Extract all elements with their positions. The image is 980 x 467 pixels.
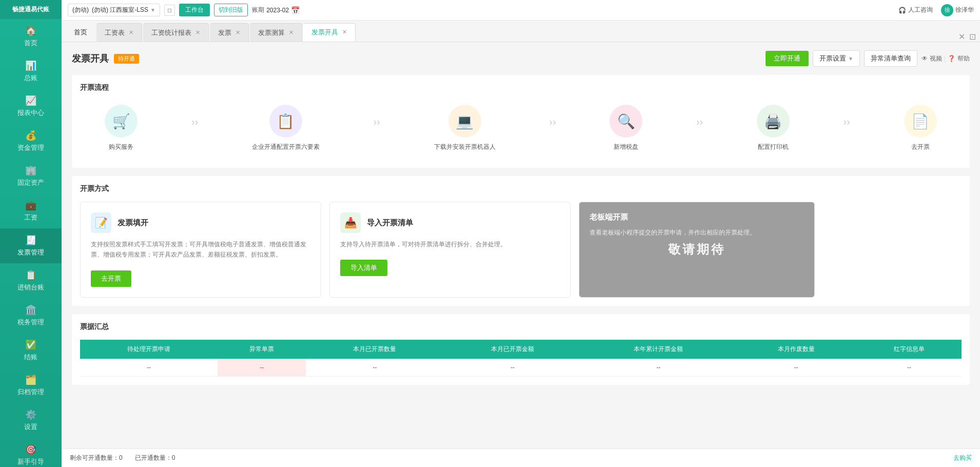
- settings-dropdown-arrow: ▼: [848, 56, 853, 62]
- import-card-title: 导入开票清单: [367, 218, 413, 228]
- assets-icon: 🏢: [25, 165, 36, 176]
- funds-icon: 💰: [25, 130, 36, 141]
- tax-disk-icon: 🔍: [617, 113, 635, 130]
- flow-step-6-label: 去开票: [911, 143, 930, 151]
- sidebar-item-archive[interactable]: 🗂️ 归档管理: [0, 368, 62, 403]
- switch-version-button[interactable]: 切到旧版: [214, 4, 248, 16]
- company-prefix: (勿动): [72, 6, 89, 14]
- company-selector[interactable]: (勿动) (勿动) 江西服室-LSS ▼: [68, 4, 160, 16]
- import-card-header: 📥 导入开票清单: [340, 212, 560, 233]
- summary-val-month-amount: --: [444, 359, 581, 377]
- sidebar-item-purchase[interactable]: 📋 进销台账: [0, 263, 62, 298]
- import-invoice-icon: 📥: [344, 217, 357, 229]
- sidebar-item-reports[interactable]: 📈 报表中心: [0, 89, 62, 124]
- flow-section: 开票流程 🛒 购买服务 ›› 📋 企业开通配置开票六要素 ››: [72, 75, 970, 168]
- sidebar-bottom: 🎯 新手引导 👑 畅会员 📌 取消固定: [0, 438, 62, 467]
- printer-icon: 🖨️: [764, 113, 782, 130]
- workbench-button[interactable]: 工作台: [179, 4, 210, 16]
- summary-col-month-amount: 本月已开票金额: [444, 340, 581, 359]
- flow-step-1-label: 购买服务: [109, 143, 133, 151]
- summary-section-title: 票据汇总: [80, 322, 962, 332]
- summary-col-year-amount: 本年累计开票金额: [581, 340, 736, 359]
- abnormal-query-button[interactable]: 异常清单查询: [864, 50, 917, 67]
- sidebar-item-ledger[interactable]: 📊 总账: [0, 54, 62, 89]
- flow-step-2-label: 企业开通配置开票六要素: [252, 143, 320, 151]
- sidebar-item-settings[interactable]: ⚙️ 设置: [0, 403, 62, 438]
- status-bar-left: 剩余可开通数量：0 已开通数量：0: [70, 454, 175, 462]
- flow-arrow-3: ››: [549, 116, 556, 128]
- tab-payroll-report[interactable]: 工资统计报表 ✕: [143, 23, 209, 42]
- copy-button[interactable]: □: [164, 5, 175, 16]
- flow-step-6: 📄 去开票: [904, 105, 937, 151]
- tab-invoice-calc[interactable]: 发票测算 ✕: [250, 23, 302, 42]
- immediate-open-button[interactable]: 立即开通: [766, 51, 809, 66]
- tab-payroll-report-close[interactable]: ✕: [195, 29, 200, 36]
- import-invoice-card: 📥 导入开票清单 支持导入待开票清单，可对待开票清单进行拆分、合并处理。 导入清…: [329, 202, 571, 298]
- flow-step-3-circle: 💻: [448, 105, 481, 138]
- tab-invoice-issue-close[interactable]: ✕: [342, 29, 347, 35]
- tab-invoice[interactable]: 发票 ✕: [210, 23, 249, 42]
- flow-step-3: 💻 下载并安装开票机器人: [434, 105, 496, 151]
- flow-step-4-label: 新增税盘: [614, 143, 638, 151]
- help-icon: ❓: [948, 55, 955, 62]
- summary-col-pending: 待处理开票申请: [80, 340, 218, 359]
- flow-step-4-circle: 🔍: [610, 105, 642, 138]
- old-card-overlay: 敬请期待: [579, 202, 814, 297]
- tab-invoice-close[interactable]: ✕: [236, 29, 240, 36]
- sidebar-item-funds[interactable]: 💰 资金管理: [0, 124, 62, 159]
- sidebar-item-tax[interactable]: 🏛️ 税务管理: [0, 298, 62, 333]
- close-accounts-icon: ✅: [25, 339, 36, 351]
- summary-table: 待处理开票申请 异常单票 本月已开票数量 本月已开票金额 本年累计开票金额 本月…: [80, 340, 962, 377]
- flow-step-2-circle: 📋: [269, 105, 302, 138]
- flow-step-1-circle: 🛒: [105, 105, 138, 138]
- sidebar-item-guide[interactable]: 🎯 新手引导: [0, 438, 62, 467]
- archive-icon: 🗂️: [25, 374, 36, 385]
- calendar-icon[interactable]: 📅: [291, 6, 300, 14]
- import-card-icon: 📥: [340, 212, 361, 233]
- sidebar-item-payroll[interactable]: 💼 工资: [0, 193, 62, 228]
- support-button[interactable]: 🎧 人工咨询: [898, 6, 933, 14]
- restore-icon[interactable]: ⊡: [969, 32, 976, 42]
- open-settings-button[interactable]: 开票设置 ▼: [813, 50, 860, 67]
- tab-invoice-calc-close[interactable]: ✕: [289, 29, 293, 36]
- flow-steps: 🛒 购买服务 ›› 📋 企业开通配置开票六要素 ›› 💻 下载并安装: [80, 101, 962, 160]
- status-bar: 剩余可开通数量：0 已开通数量：0 去购买: [62, 449, 980, 467]
- go-issue-button[interactable]: 去开票: [91, 270, 131, 287]
- flow-step-3-label: 下载并安装开票机器人: [434, 143, 496, 151]
- issue-invoice-icon: 📄: [911, 113, 929, 130]
- tab-payroll-close[interactable]: ✕: [129, 29, 133, 36]
- summary-val-void-count: --: [736, 359, 857, 377]
- user-menu[interactable]: 徐 徐泽华: [941, 4, 974, 16]
- main-area: (勿动) (勿动) 江西服室-LSS ▼ □ 工作台 切到旧版 账期 2023-…: [62, 0, 980, 467]
- buy-link[interactable]: 去购买: [953, 454, 972, 462]
- help-area: 👁 视频 | ❓ 帮助: [922, 54, 970, 63]
- flow-step-5-label: 配置打印机: [758, 143, 789, 151]
- flow-arrow-5: ››: [844, 116, 850, 128]
- summary-section: 票据汇总 待处理开票申请 异常单票 本月已开票数量 本月已开票金额 本年累计开票…: [72, 314, 970, 385]
- import-list-button[interactable]: 导入清单: [340, 260, 387, 276]
- manual-invoice-card: 📝 发票填开 支持按照发票样式手工填写开发票；可开具增值税电子普通发票、增值税普…: [80, 202, 321, 298]
- tab-home[interactable]: 首页: [66, 23, 95, 42]
- tabbar-actions: ✕ ⊡: [954, 32, 980, 42]
- page-actions: 立即开通 开票设置 ▼ 异常清单查询 👁 视频 | ❓ 帮助: [766, 50, 970, 67]
- page-title: 发票开具: [72, 52, 109, 65]
- topbar-right: 🎧 人工咨询 徐 徐泽华: [898, 4, 974, 16]
- tab-payroll[interactable]: 工资表 ✕: [96, 23, 142, 42]
- flow-step-4: 🔍 新增税盘: [610, 105, 642, 151]
- topbar-left: (勿动) (勿动) 江西服室-LSS ▼ □ 工作台 切到旧版 账期 2023-…: [68, 4, 300, 16]
- manual-card-header: 📝 发票填开: [91, 212, 310, 233]
- payroll-icon: 💼: [25, 200, 36, 211]
- old-platform-card: 老板端开票 查看老板端小程序提交的开票申请，并作出相应的开票处理。 敬请期待: [579, 202, 815, 298]
- summary-table-header-row: 待处理开票申请 异常单票 本月已开票数量 本月已开票金额 本年累计开票金额 本月…: [80, 340, 962, 359]
- page-content: 发票开具 待开通 立即开通 开票设置 ▼ 异常清单查询 👁 视频 | ❓ 帮助: [62, 42, 980, 449]
- sidebar-item-invoice[interactable]: 🧾 发票管理: [0, 228, 62, 263]
- sidebar-item-assets[interactable]: 🏢 固定资产: [0, 159, 62, 193]
- summary-val-abnormal: --: [218, 359, 306, 377]
- buy-service-icon: 🛒: [112, 113, 130, 130]
- sidebar-item-home[interactable]: 🏠 首页: [0, 19, 62, 54]
- close-all-icon[interactable]: ✕: [958, 32, 965, 42]
- guide-icon: 🎯: [25, 444, 36, 455]
- home-icon: 🏠: [25, 25, 36, 36]
- sidebar-item-close[interactable]: ✅ 结账: [0, 333, 62, 368]
- tab-invoice-issue[interactable]: 发票开具 ✕: [303, 23, 356, 42]
